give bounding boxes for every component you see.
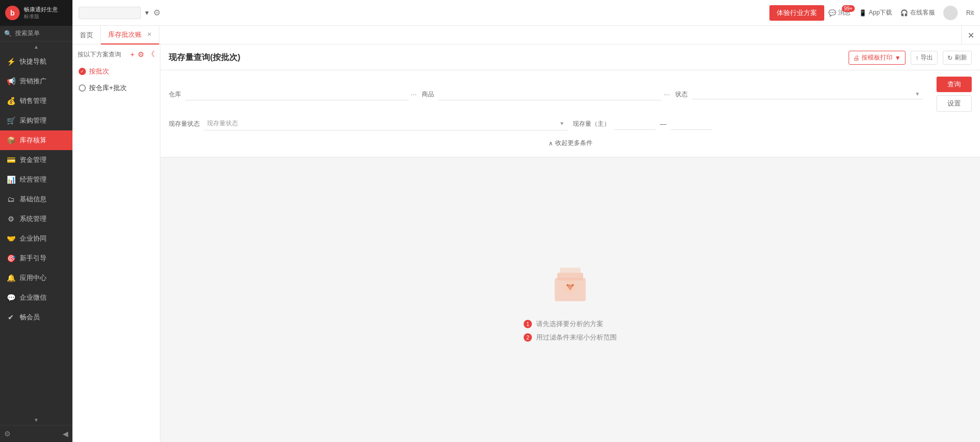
- svg-rect-2: [560, 268, 581, 275]
- topbar-right: 💬 消息 99+ 📱 App下载 🎧 在线客服 Rit: [828, 6, 974, 20]
- sidebar-item-member[interactable]: ✔ 畅会员: [0, 307, 72, 327]
- sidebar-item-finance[interactable]: 💳 资金管理: [0, 150, 72, 170]
- tab-inventory-batch[interactable]: 库存批次账 ✕: [101, 26, 159, 45]
- stock-qty-label: 现存量（主）: [573, 120, 610, 128]
- sidebar-footer: ⚙ ◀: [0, 425, 72, 442]
- topbar-app-download[interactable]: 📱 App下载: [859, 8, 892, 17]
- purchase-icon: 🛒: [6, 116, 16, 125]
- user-avatar[interactable]: [943, 6, 958, 20]
- sidebar-item-label: 采购管理: [20, 116, 47, 125]
- sidebar-item-label: 企业协同: [20, 234, 47, 243]
- filter-row-1: 仓库 ··· 商品 ··· 状态 ▼: [169, 77, 972, 112]
- page-title: 现存量查询(按批次): [169, 52, 241, 63]
- sidebar-item-guide[interactable]: 🎯 新手引导: [0, 248, 72, 268]
- tab-close-icon[interactable]: ✕: [147, 31, 152, 38]
- stock-status-select[interactable]: 现存量状态 ▼: [204, 117, 568, 130]
- empty-illustration: [544, 257, 596, 309]
- left-panel-collapse-icon[interactable]: 《: [147, 50, 155, 59]
- goods-input[interactable]: [438, 89, 662, 100]
- sidebar-item-quick-nav[interactable]: ⚡ 快捷导航: [0, 52, 72, 71]
- sidebar: b 畅康通好生意 标准版 🔍 搜索菜单 ▲ ⚡ 快捷导航 📢 营销推广 💰 销售…: [0, 0, 72, 442]
- export-btn-label: 导出: [920, 53, 933, 62]
- message-icon: 💬: [828, 9, 836, 17]
- guide-icon: 🎯: [6, 254, 16, 263]
- main-area: ▼ ⚙ 体验行业方案 💬 消息 99+ 📱 App下载 🎧 在线客服 Rit 首: [72, 0, 980, 442]
- export-btn[interactable]: ↑ 导出: [911, 51, 938, 65]
- topbar-messages[interactable]: 💬 消息 99+: [828, 8, 851, 17]
- tabs-close-button[interactable]: ✕: [961, 26, 980, 45]
- scheme-by-batch-label: 按批次: [89, 67, 109, 76]
- status-arrow-icon: ▼: [915, 91, 920, 97]
- filter-goods-group: 商品 ···: [422, 89, 670, 100]
- system-icon: ⚙: [6, 214, 16, 224]
- scheme-settings-icon[interactable]: ⚙: [138, 50, 144, 58]
- print-btn[interactable]: 🖨 按模板打印 ▼: [849, 51, 905, 65]
- app-logo: b: [5, 6, 20, 20]
- experience-btn[interactable]: 体验行业方案: [769, 5, 824, 21]
- app-download-label: App下载: [869, 8, 892, 17]
- sidebar-item-sales[interactable]: 💰 销售管理: [0, 91, 72, 111]
- sidebar-item-marketing[interactable]: 📢 营销推广: [0, 71, 72, 91]
- filter-stock-qty-group: 现存量（主） —: [573, 118, 972, 130]
- add-scheme-icon[interactable]: +: [130, 50, 135, 58]
- basic-icon: 🗂: [6, 195, 16, 204]
- app-version: 标准版: [24, 13, 58, 20]
- sidebar-scroll-up[interactable]: ▲: [0, 41, 72, 52]
- collapse-icon: ∧: [548, 140, 553, 147]
- goods-label: 商品: [422, 90, 434, 99]
- phone-icon: 📱: [859, 9, 867, 17]
- member-icon: ✔: [6, 313, 16, 322]
- stock-qty-to[interactable]: [671, 118, 712, 130]
- sidebar-item-inventory[interactable]: 📦 库存核算: [0, 130, 72, 150]
- sidebar-item-operation[interactable]: 📊 经营管理: [0, 170, 72, 189]
- settings-button[interactable]: 设置: [937, 95, 972, 112]
- filter-area: 仓库 ··· 商品 ··· 状态 ▼: [160, 70, 980, 157]
- scheme-by-warehouse-batch[interactable]: 按仓库+批次: [72, 80, 160, 96]
- collapse-more-btn[interactable]: ∧ 收起更多条件: [169, 136, 972, 151]
- print-dropdown-icon[interactable]: ▼: [895, 54, 901, 62]
- filter-warehouse-group: 仓库 ···: [169, 89, 417, 100]
- sidebar-settings-icon[interactable]: ⚙: [4, 430, 11, 438]
- sidebar-search[interactable]: 🔍 搜索菜单: [0, 26, 72, 41]
- topbar-gear-icon[interactable]: ⚙: [153, 8, 160, 18]
- sidebar-item-system[interactable]: ⚙ 系统管理: [0, 209, 72, 229]
- username-label: Rit: [966, 9, 974, 17]
- topbar-online-service[interactable]: 🎧 在线客服: [900, 8, 935, 17]
- goods-more-icon[interactable]: ···: [664, 90, 670, 98]
- range-dash: —: [660, 120, 666, 128]
- scheme-by-batch[interactable]: ✓ 按批次: [72, 63, 160, 80]
- svg-point-4: [567, 284, 569, 286]
- left-panel-title: 按以下方案查询: [78, 50, 121, 59]
- sidebar-item-purchase[interactable]: 🛒 采购管理: [0, 111, 72, 130]
- tab-inventory-batch-label: 库存批次账: [108, 30, 142, 39]
- inventory-icon: 📦: [6, 136, 16, 145]
- warehouse-more-icon[interactable]: ···: [411, 90, 417, 98]
- empty-tips: 1 请先选择要分析的方案 2 用过滤条件来缩小分析范围: [524, 319, 617, 342]
- empty-state: 1 请先选择要分析的方案 2 用过滤条件来缩小分析范围: [160, 157, 980, 442]
- sidebar-item-basic[interactable]: 🗂 基础信息: [0, 189, 72, 209]
- left-panel-header: 按以下方案查询 + ⚙ 《: [72, 50, 160, 63]
- topbar-dropdown-icon[interactable]: ▼: [144, 9, 150, 17]
- stock-qty-from[interactable]: [614, 118, 656, 130]
- sidebar-item-label: 快捷导航: [20, 57, 47, 66]
- stock-status-arrow-icon: ▼: [559, 121, 565, 126]
- topbar-search-input[interactable]: [79, 7, 141, 19]
- sidebar-collapse-icon[interactable]: ◀: [63, 430, 68, 438]
- filter-status-group: 状态 ▼: [675, 89, 923, 99]
- filter-row-2: 现存量状态 现存量状态 ▼ 现存量（主） —: [169, 117, 972, 130]
- status-select[interactable]: ▼: [692, 89, 923, 99]
- sales-icon: 💰: [6, 96, 16, 106]
- warehouse-input[interactable]: [185, 89, 409, 100]
- sidebar-item-label: 库存核算: [20, 136, 47, 145]
- sidebar-item-wechat[interactable]: 💬 企业微信: [0, 288, 72, 307]
- tab-home[interactable]: 首页: [72, 26, 101, 45]
- tip-1-text: 请先选择要分析的方案: [536, 319, 603, 329]
- right-content: 现存量查询(按批次) 🖨 按模板打印 ▼ ↑ 导出 ↻ 刷新: [160, 45, 980, 442]
- finance-icon: 💳: [6, 155, 16, 165]
- sidebar-item-appstore[interactable]: 🔔 应用中心: [0, 268, 72, 288]
- empty-svg: [544, 257, 596, 309]
- sidebar-item-enterprise[interactable]: 🤝 企业协同: [0, 229, 72, 248]
- sidebar-scroll-down[interactable]: ▼: [0, 415, 72, 425]
- query-button[interactable]: 查询: [937, 77, 972, 92]
- refresh-btn[interactable]: ↻ 刷新: [943, 51, 972, 65]
